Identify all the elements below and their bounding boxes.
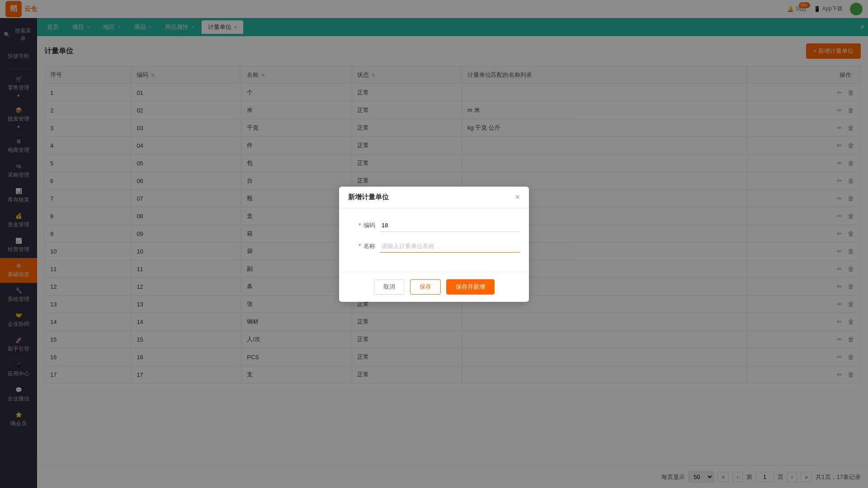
name-label: * 名称 [348, 242, 375, 250]
code-label: * 编码 [348, 221, 375, 230]
add-unit-modal: 新增计量单位 × * 编码 * 名称 取消 保存 保存并新增 [339, 187, 529, 302]
modal-overlay: 新增计量单位 × * 编码 * 名称 取消 保存 保存并新增 [0, 0, 868, 488]
name-label-text: 名称 [363, 243, 375, 249]
modal-header: 新增计量单位 × [339, 187, 529, 208]
modal-body: * 编码 * 名称 [339, 208, 529, 272]
required-star-2: * [359, 243, 361, 249]
required-star: * [359, 222, 361, 229]
save-button[interactable]: 保存 [410, 279, 441, 295]
save-and-new-button[interactable]: 保存并新增 [446, 279, 495, 295]
form-row-code: * 编码 [348, 219, 520, 232]
cancel-button[interactable]: 取消 [374, 279, 405, 295]
form-row-name: * 名称 [348, 240, 520, 253]
modal-close-button[interactable]: × [515, 193, 520, 201]
modal-footer: 取消 保存 保存并新增 [339, 272, 529, 302]
code-input[interactable] [380, 219, 520, 232]
name-input[interactable] [380, 240, 520, 253]
code-label-text: 编码 [363, 222, 375, 229]
modal-title: 新增计量单位 [348, 193, 389, 202]
